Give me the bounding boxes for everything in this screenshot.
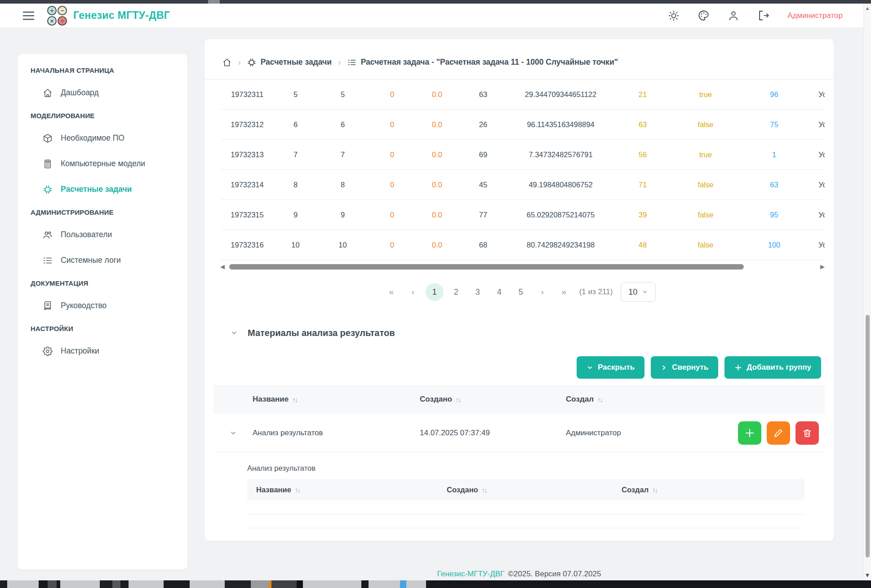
table-cell[interactable]: 75: [739, 120, 809, 129]
breadcrumb-label: Расчетные задачи: [261, 57, 332, 67]
sidebar-item-dashboard[interactable]: Дашбоард: [18, 80, 187, 106]
sidebar-item-label: Компьютерные модели: [61, 159, 145, 168]
table-cell[interactable]: 100: [739, 241, 809, 249]
pagination-page[interactable]: 4: [490, 283, 508, 301]
scroll-left-arrow-icon[interactable]: ◀: [220, 263, 225, 270]
table-cell: Ус: [809, 90, 825, 99]
logout-icon[interactable]: [757, 9, 769, 22]
table-cell: 19732311: [220, 90, 274, 99]
table-cell: 77: [458, 211, 508, 219]
table-cell[interactable]: 1: [739, 150, 809, 159]
table-cell: 19732313: [220, 150, 274, 159]
chevron-down-icon: [587, 364, 593, 371]
sidebar-item-manual[interactable]: Руководство: [18, 293, 187, 318]
pagination-page[interactable]: 3: [469, 283, 487, 301]
materials-table-row: Анализ результатов 14.07.2025 07:37:49 А…: [213, 414, 825, 452]
scroll-right-arrow-icon[interactable]: ▶: [820, 263, 825, 270]
pagination-first-button[interactable]: «: [382, 283, 400, 301]
table-cell: 49.1984804806752: [508, 181, 613, 189]
sidebar-item-system-logs[interactable]: Системные логи: [18, 248, 187, 273]
row-expand-chevron-icon[interactable]: [213, 429, 253, 437]
table-cell: 63: [613, 120, 672, 129]
sidebar-item-software[interactable]: Необходимое ПО: [18, 125, 187, 151]
pagination-page[interactable]: 2: [447, 283, 465, 301]
table-cell[interactable]: 95: [739, 211, 809, 219]
add-item-button[interactable]: [738, 421, 761, 445]
table-cell: 7: [274, 150, 317, 159]
group-created: 14.07.2025 07:37:49: [420, 429, 566, 438]
breadcrumb-home[interactable]: [222, 58, 231, 67]
collapse-section-chevron-icon[interactable]: [231, 329, 238, 336]
palette-icon[interactable]: [698, 9, 710, 22]
breadcrumb-calc-tasks[interactable]: Расчетные задачи: [247, 57, 332, 67]
table-cell[interactable]: 63: [739, 181, 809, 189]
pagination-next-button[interactable]: ›: [533, 283, 551, 301]
chip-icon: [247, 58, 256, 67]
footer-brand-link[interactable]: Генезис-МГТУ-ДВГ: [437, 570, 505, 579]
breadcrumb-current-task: Расчетная задача - "Расчетная задача 11 …: [347, 57, 618, 67]
footer-version-text: ©2025. Версия 07.07.2025: [508, 570, 601, 579]
table-cell: 10: [317, 241, 369, 249]
add-group-button[interactable]: Добавить группу: [724, 356, 821, 379]
table-cell: 45: [458, 181, 508, 189]
table-cell[interactable]: 96: [739, 90, 809, 99]
sidebar-section-documentation: ДОКУМЕНТАЦИЯ: [18, 273, 187, 293]
chevron-right-icon: ›: [338, 57, 341, 67]
pagination-pages: 12345: [426, 283, 530, 301]
sort-icon[interactable]: [456, 396, 461, 403]
pagination-page[interactable]: 5: [512, 283, 530, 301]
edit-button[interactable]: [767, 421, 790, 445]
scroll-down-arrow-icon[interactable]: ▼: [864, 572, 871, 579]
horizontal-scrollbar-thumb[interactable]: [229, 264, 744, 270]
column-header-creator[interactable]: Создал: [566, 395, 825, 404]
table-cell: 69: [458, 150, 508, 159]
sidebar-item-computer-models[interactable]: Компьютерные модели: [18, 151, 187, 177]
sort-icon[interactable]: [292, 396, 297, 403]
pagination-last-button[interactable]: »: [555, 283, 573, 301]
table-cell: true: [672, 90, 739, 99]
table-cell: 0: [369, 150, 416, 159]
pagination-prev-button[interactable]: ‹: [404, 283, 422, 301]
collapse-all-button[interactable]: Свернуть: [651, 356, 718, 379]
results-table: 197323115500.06329.34470934465112221true…: [220, 80, 825, 260]
table-cell: 26: [458, 120, 508, 129]
user-icon[interactable]: [728, 10, 739, 22]
book-icon: [43, 301, 53, 311]
table-cell: 29.344709344651122: [508, 90, 613, 99]
home-icon: [43, 88, 53, 98]
sidebar-item-calculation-tasks[interactable]: Расчетные задачи: [18, 177, 187, 202]
column-header-name[interactable]: Название: [256, 486, 447, 494]
table-cell: 19732312: [220, 120, 274, 129]
sort-icon[interactable]: [482, 486, 487, 494]
table-cell: 48: [613, 241, 672, 249]
table-cell: 8: [274, 181, 317, 189]
admin-role-label[interactable]: Администратор: [787, 11, 843, 20]
pagination-info: (1 из 211): [579, 287, 613, 296]
menu-icon[interactable]: [22, 11, 35, 21]
sort-icon[interactable]: [597, 396, 602, 403]
table-cell: 0.0: [416, 120, 458, 129]
table-cell: 80.74298249234198: [508, 241, 613, 249]
column-header-creator[interactable]: Создал: [622, 486, 804, 494]
page-size-select[interactable]: 10: [621, 282, 656, 302]
vertical-scrollbar-thumb[interactable]: [866, 315, 870, 557]
sort-icon[interactable]: [295, 486, 300, 494]
delete-button[interactable]: [795, 421, 819, 445]
theme-sun-icon[interactable]: [668, 10, 680, 22]
app-header: Генезис МГТУ-ДВГ Администратор: [0, 4, 863, 28]
sort-icon[interactable]: [652, 486, 657, 494]
expand-all-button[interactable]: Раскрыть: [577, 356, 644, 379]
scroll-up-arrow-icon[interactable]: ▲: [864, 6, 871, 11]
table-cell: false: [672, 211, 739, 219]
column-header-name[interactable]: Название: [253, 395, 420, 404]
sidebar-item-users[interactable]: Пользователи: [18, 222, 187, 248]
table-row: 19732316101000.06880.7429824923419848fal…: [220, 230, 825, 260]
pagination-page[interactable]: 1: [426, 283, 444, 301]
breadcrumb-label: Расчетная задача - "Расчетная задача 11 …: [361, 57, 618, 67]
column-header-created[interactable]: Создано: [420, 395, 566, 404]
table-cell: 0.0: [416, 181, 458, 189]
sidebar-item-settings[interactable]: Настройки: [18, 338, 187, 364]
column-header-created[interactable]: Создано: [447, 486, 622, 494]
table-cell: 0: [369, 241, 416, 249]
table-row: 197323148800.04549.198480480675271false6…: [220, 170, 825, 200]
